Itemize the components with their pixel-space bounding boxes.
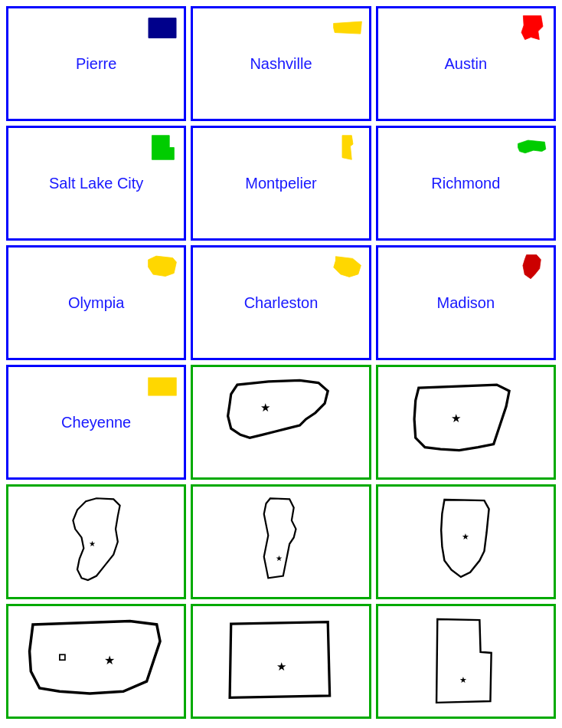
svg-marker-5 [518, 140, 545, 153]
wyoming-icon [147, 373, 178, 400]
svg-text:★: ★ [276, 661, 286, 673]
texas-icon [517, 15, 547, 41]
card-montpelier[interactable]: Montpelier [191, 126, 371, 241]
card-salt-lake-city[interactable]: Salt Lake City [6, 126, 186, 241]
card-austin[interactable]: Austin [376, 6, 556, 121]
svg-text:★: ★ [452, 412, 462, 425]
austin-label: Austin [445, 55, 488, 73]
svg-marker-6 [149, 256, 177, 276]
svg-text:★: ★ [462, 532, 469, 541]
oregon-map-shape: ★ [391, 375, 541, 469]
card-nashville[interactable]: Nashville [191, 6, 371, 121]
card-wyoming-map[interactable]: ★ [191, 604, 371, 719]
card-cheyenne[interactable]: Cheyenne [6, 365, 186, 480]
card-california-map[interactable]: ★ [6, 484, 186, 599]
svg-marker-1 [333, 21, 361, 34]
card-olympia[interactable]: Olympia [6, 245, 186, 360]
cheyenne-label: Cheyenne [61, 414, 131, 431]
card-utah-map[interactable]: ★ [376, 604, 556, 719]
washington-map-shape: ★ [207, 375, 356, 469]
madison-label: Madison [437, 294, 495, 312]
nashville-label: Nashville [250, 55, 312, 73]
wyoming-outline-shape: ★ [207, 615, 356, 708]
svg-marker-4 [342, 136, 353, 160]
svg-text:★: ★ [104, 654, 115, 667]
richmond-label: Richmond [431, 175, 500, 192]
west-virginia-icon [332, 254, 363, 280]
kentucky-icon [517, 134, 547, 161]
nevada-map-shape: ★ [391, 495, 541, 589]
svg-text:★: ★ [260, 402, 270, 414]
card-grid: Pierre Nashville Austin Salt Lake City M… [0, 0, 562, 725]
svg-marker-3 [152, 136, 175, 160]
olympia-label: Olympia [68, 294, 124, 312]
card-nevada-map[interactable]: ★ [376, 484, 556, 599]
svg-marker-8 [523, 255, 541, 279]
idaho-map-shape: ★ [207, 495, 356, 589]
california-map-shape: ★ [21, 495, 171, 589]
charleston-label: Charleston [244, 294, 319, 312]
card-idaho-map[interactable]: ★ [191, 484, 371, 599]
montpelier-label: Montpelier [245, 175, 316, 192]
utah-icon [147, 134, 178, 161]
svg-text:★: ★ [276, 554, 283, 562]
salt-lake-city-label: Salt Lake City [49, 175, 143, 192]
svg-marker-2 [521, 16, 543, 40]
card-washington-map[interactable]: ★ [191, 365, 371, 480]
svg-rect-9 [149, 378, 176, 395]
card-madison[interactable]: Madison [376, 245, 556, 360]
washington-small-icon [147, 254, 178, 280]
svg-marker-0 [149, 18, 176, 38]
card-pierre[interactable]: Pierre [6, 6, 186, 121]
svg-text:★: ★ [459, 675, 467, 684]
vermont-icon [332, 134, 363, 161]
utah-outline-shape: ★ [391, 615, 541, 708]
north-dakota-icon [147, 15, 178, 41]
card-oregon-map[interactable]: ★ [376, 365, 556, 480]
svg-text:★: ★ [89, 539, 96, 548]
card-richmond[interactable]: Richmond [376, 126, 556, 241]
tennessee-icon [332, 15, 363, 41]
montana-map-shape: ★ [21, 615, 171, 708]
card-charleston[interactable]: Charleston [191, 245, 371, 360]
svg-marker-7 [333, 257, 361, 277]
wisconsin-icon [517, 254, 547, 280]
pierre-label: Pierre [76, 55, 116, 73]
card-montana-map[interactable]: ★ [6, 604, 186, 719]
